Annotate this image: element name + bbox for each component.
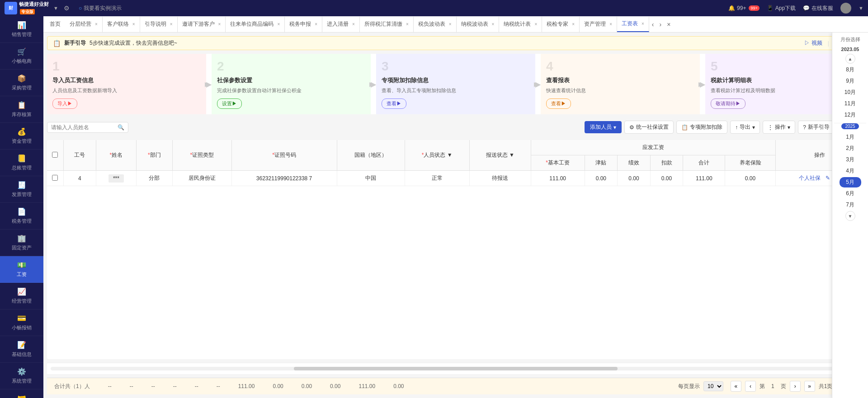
sidebar-item-sales[interactable]: 📊 销售管理 (0, 16, 43, 43)
add-employee-btn[interactable]: 添加人员 ▾ (585, 121, 622, 133)
tab-纳税波动表[interactable]: 纳税波动表 × (457, 17, 500, 32)
sidebar-item-inventory[interactable]: 📋 库存核算 (0, 96, 43, 123)
personal-insurance-link[interactable]: 个人社保 (799, 175, 821, 181)
month-8[interactable]: 8月 (840, 65, 861, 75)
tab-close-icon[interactable]: × (170, 22, 173, 27)
sidebar-item-assets[interactable]: 🏢 固定资产 (0, 229, 43, 256)
tab-close-icon[interactable]: × (492, 22, 495, 27)
tab-工资表[interactable]: 工资表 × (617, 17, 649, 32)
sidebar-item-salary[interactable]: 💵 工资 (0, 256, 43, 283)
export-btn[interactable]: ↑ 导出 ▾ (730, 121, 760, 134)
tab-客户联络[interactable]: 客户联络 × (103, 17, 140, 32)
tab-引导说明[interactable]: 引导说明 × (140, 17, 178, 32)
tab-税务申报[interactable]: 税务申报 × (285, 17, 322, 32)
sidebar-item-basic[interactable]: 📝 基础信息 (0, 336, 43, 363)
ops-dropdown-icon: ▾ (788, 124, 790, 131)
tab-close-icon[interactable]: × (95, 22, 98, 27)
guide-video-link[interactable]: ▷ 视频 (804, 39, 822, 47)
month-10[interactable]: 10月 (840, 87, 861, 98)
tab-close-icon[interactable]: × (642, 21, 644, 26)
step-1-btn[interactable]: 导入▶ (52, 98, 77, 109)
online-service-btn[interactable]: 💬 在线客服 (803, 5, 833, 12)
new-guide-btn[interactable]: ? 新手引导 (798, 121, 835, 134)
horizontal-scrollbar[interactable] (47, 363, 864, 374)
step-5-btn[interactable]: 敬请期待▶ (711, 98, 745, 109)
row-checkbox[interactable] (52, 175, 58, 181)
tab-next-btn[interactable]: › (656, 21, 664, 28)
tab-close-icon[interactable]: × (277, 22, 280, 27)
sidebar-item-purchase[interactable]: 📦 采购管理 (0, 70, 43, 96)
operations-btn[interactable]: ⋮ 操作 ▾ (763, 121, 795, 134)
tab-分层经营[interactable]: 分层经营 × (65, 17, 103, 32)
tab-所得税汇算清缴[interactable]: 所得税汇算清缴 × (360, 17, 414, 32)
month-11[interactable]: 11月 (840, 98, 861, 109)
prev-page-btn[interactable]: ‹ (745, 381, 756, 392)
tab-close-icon[interactable]: × (132, 22, 135, 27)
search-input[interactable] (51, 124, 116, 131)
tab-prev-btn[interactable]: ‹ (649, 21, 657, 28)
page-size-select[interactable]: 10 20 50 (703, 381, 723, 391)
sidebar-item-tax[interactable]: 📄 税务管理 (0, 203, 43, 229)
tab-close-icon[interactable]: × (572, 22, 575, 27)
company-dropdown[interactable]: ▼ (53, 5, 58, 11)
step-2-btn[interactable]: 设置▶ (217, 98, 242, 109)
month-3[interactable]: 3月 (840, 155, 861, 165)
next-page-btn[interactable]: › (790, 381, 801, 392)
month-5-active[interactable]: 5月 (840, 177, 861, 187)
step-desc: 完成社保参数设置自动计算社保公积金 (217, 87, 365, 94)
tab-资产管理[interactable]: 资产管理 × (580, 17, 617, 32)
sidebar-item-system[interactable]: ⚙️ 系统管理 (0, 363, 43, 389)
sidebar-item-collab[interactable]: 🤝 企业协同 (0, 389, 43, 398)
month-12[interactable]: 12月 (840, 110, 861, 120)
settings-icon[interactable]: ⚙ (64, 5, 70, 12)
tab-close-icon[interactable]: × (406, 22, 409, 27)
month-1[interactable]: 1月 (840, 132, 861, 142)
tab-close-icon[interactable]: × (218, 22, 221, 27)
tab-close-icon[interactable]: × (449, 22, 452, 27)
tab-税检专家[interactable]: 税检专家 × (542, 17, 580, 32)
month-6[interactable]: 6月 (840, 188, 861, 199)
edit-link[interactable]: ✎ (826, 175, 830, 181)
tab-邀请下游客户[interactable]: 邀请下游客户 × (178, 17, 226, 32)
tab-close-icon[interactable]: × (609, 22, 612, 27)
sidebar-item-invoice[interactable]: 🧾 发票管理 (0, 176, 43, 203)
sidebar-item-ecommerce[interactable]: 🛒 小畅电商 (0, 43, 43, 70)
cell-performance: 0.00 (618, 171, 651, 186)
app-download-btn[interactable]: 📱 App下载 (767, 5, 796, 12)
sidebar-item-finance[interactable]: 💰 资金管理 (0, 123, 43, 150)
user-avatar[interactable] (840, 3, 851, 14)
month-2[interactable]: 2月 (840, 143, 861, 154)
th-dept: *部门 (136, 140, 172, 171)
tab-close-icon[interactable]: × (352, 22, 355, 27)
select-all-checkbox[interactable] (52, 152, 58, 158)
month-up-btn[interactable]: ▲ (845, 54, 855, 64)
unified-settings-btn[interactable]: ⚙ 统一社保设置 (624, 121, 674, 134)
demo-link[interactable]: ○ 我要看实例演示 (79, 5, 122, 12)
step-4-btn[interactable]: 查看▶ (546, 98, 571, 109)
special-deduction-btn[interactable]: 📋 专项附加扣除 (676, 121, 727, 134)
last-page-btn[interactable]: » (804, 381, 815, 392)
tab-close-all-btn[interactable]: × (664, 21, 673, 28)
notification-btn[interactable]: 🔔 99+ 99+ (728, 5, 760, 11)
sidebar-item-marketing[interactable]: 💳 小畅报销 (0, 309, 43, 336)
month-down-btn[interactable]: ▼ (845, 211, 855, 221)
search-box[interactable]: 🔍 (47, 122, 128, 133)
tab-close-icon[interactable]: × (534, 22, 537, 27)
month-4[interactable]: 4月 (840, 166, 861, 176)
month-7[interactable]: 7月 (840, 200, 861, 210)
first-page-btn[interactable]: « (731, 381, 741, 392)
send-filter-icon[interactable]: ▼ (509, 152, 514, 158)
tab-home[interactable]: 首页 (45, 17, 65, 32)
sidebar-item-operations[interactable]: 📈 经营管理 (0, 283, 43, 309)
sidebar-item-ledger[interactable]: 📒 总账管理 (0, 150, 43, 176)
tab-往来单位商品编码[interactable]: 往来单位商品编码 × (226, 17, 285, 32)
user-menu-btn[interactable]: ▼ (859, 5, 863, 11)
search-icon[interactable]: 🔍 (118, 124, 124, 131)
tab-close-icon[interactable]: × (315, 22, 317, 27)
tab-税负波动表[interactable]: 税负波动表 × (414, 17, 457, 32)
month-9[interactable]: 9月 (840, 76, 861, 86)
step-3-btn[interactable]: 查看▶ (382, 98, 406, 109)
status-filter-icon[interactable]: ▼ (447, 152, 453, 158)
tab-进入清册[interactable]: 进入清册 × (322, 17, 360, 32)
tab-纳税统计表[interactable]: 纳税统计表 × (499, 17, 542, 32)
